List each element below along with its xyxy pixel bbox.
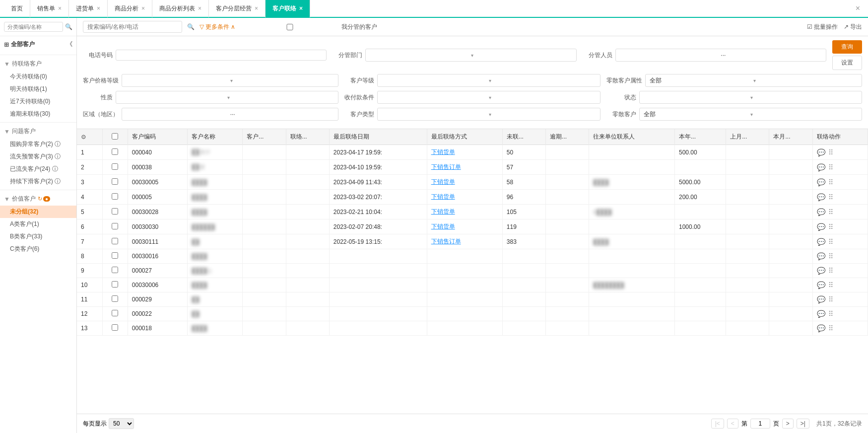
row-checkbox[interactable] <box>112 295 118 302</box>
row-checkbox-cell[interactable] <box>102 190 128 205</box>
message-icon[interactable]: 💬 <box>817 310 825 318</box>
row-checkbox[interactable] <box>112 310 118 316</box>
next-page-button[interactable]: > <box>782 419 794 429</box>
row-checkbox[interactable] <box>112 252 118 259</box>
grid-action-icon[interactable]: ⠿ <box>828 223 833 231</box>
last-page-button[interactable]: >| <box>797 419 809 429</box>
dots-icon[interactable]: ··· <box>228 111 334 118</box>
row-checkbox[interactable] <box>112 163 118 170</box>
row-checkbox-cell[interactable] <box>102 264 128 278</box>
person-select[interactable]: ··· <box>615 49 826 62</box>
filter-button[interactable]: ▽ 更多条件 ∧ <box>200 23 235 31</box>
reset-button[interactable]: 设置 <box>832 56 862 70</box>
sidebar-item-class-a[interactable]: A类客户(1) <box>0 218 76 230</box>
sidebar-item-overdue-contact[interactable]: 逾期未联络(30) <box>0 108 76 120</box>
row-checkbox-cell[interactable] <box>102 205 128 219</box>
prev-page-button[interactable]: < <box>727 419 738 429</box>
row-checkbox-cell[interactable] <box>102 278 128 292</box>
refresh-icon[interactable]: ↻ <box>38 196 42 202</box>
collapse-icon[interactable]: 《 <box>67 40 72 49</box>
dots-icon[interactable]: ··· <box>719 52 822 59</box>
message-icon[interactable]: 💬 <box>817 178 825 186</box>
grid-action-icon[interactable]: ⠿ <box>828 178 833 186</box>
zero-attr-select[interactable]: 全部 ▾ <box>645 74 862 87</box>
row-checkbox-cell[interactable] <box>102 175 128 190</box>
sidebar-search-input[interactable] <box>4 22 63 32</box>
nature-select[interactable]: ▾ <box>116 91 338 104</box>
row-checkbox[interactable] <box>112 324 118 331</box>
last-method-link[interactable]: 下销货单 <box>431 148 455 155</box>
grid-action-icon[interactable]: ⠿ <box>828 267 833 275</box>
grid-action-icon[interactable]: ⠿ <box>828 148 833 156</box>
row-checkbox-cell[interactable] <box>102 249 128 264</box>
status-select[interactable]: ▾ <box>639 91 862 104</box>
row-checkbox-cell[interactable] <box>102 234 128 249</box>
tab-customer-segment[interactable]: 客户分层经营 × <box>209 0 266 17</box>
close-all-tabs[interactable]: × <box>852 4 864 13</box>
row-checkbox[interactable] <box>112 208 118 215</box>
sidebar-group-pending[interactable]: ▼ 待联络客户 <box>0 57 76 71</box>
tab-product-analysis[interactable]: 商品分析 × <box>108 0 152 17</box>
row-checkbox-cell[interactable] <box>102 145 128 160</box>
row-checkbox-cell[interactable] <box>102 219 128 234</box>
customer-type-select[interactable]: ▾ <box>377 108 600 121</box>
sidebar-group-value[interactable]: ▼ 价值客户 ↻ ● <box>0 192 76 206</box>
close-icon[interactable]: × <box>141 5 145 12</box>
tab-sales[interactable]: 销售单 × <box>30 0 69 17</box>
close-icon[interactable]: × <box>58 5 62 12</box>
grid-action-icon[interactable]: ⠿ <box>828 324 833 332</box>
tab-purchase[interactable]: 进货单 × <box>69 0 108 17</box>
last-method-link[interactable]: 下销售订单 <box>431 238 461 245</box>
grid-action-icon[interactable]: ⠿ <box>828 281 833 289</box>
payment-select[interactable]: ▾ <box>377 91 600 104</box>
grid-action-icon[interactable]: ⠿ <box>828 193 833 201</box>
sidebar-search-icon[interactable]: 🔍 <box>65 23 72 30</box>
row-checkbox[interactable] <box>112 281 118 288</box>
first-page-button[interactable]: |< <box>711 419 724 429</box>
sidebar-item-class-b[interactable]: B类客户(33) <box>0 230 76 243</box>
sidebar-item-tomorrow[interactable]: 明天待联络(1) <box>0 83 76 95</box>
price-level-select[interactable]: ▾ <box>122 74 338 87</box>
batch-ops-button[interactable]: ☑ 批量操作 <box>807 23 838 31</box>
message-icon[interactable]: 💬 <box>817 163 825 171</box>
checkbox-col-header[interactable] <box>102 129 128 145</box>
sidebar-item-class-c[interactable]: C类客户(6) <box>0 243 76 255</box>
row-checkbox-cell[interactable] <box>102 160 128 175</box>
row-checkbox-cell[interactable] <box>102 307 128 321</box>
tab-product-analysis-list[interactable]: 商品分析列表 × <box>152 0 209 17</box>
sidebar-item-today[interactable]: 今天待联络(0) <box>0 71 76 83</box>
last-method-link[interactable]: 下销货单 <box>431 178 455 185</box>
page-input[interactable] <box>750 419 770 429</box>
per-page-select[interactable]: 50 100 200 <box>109 418 134 429</box>
phone-input[interactable] <box>116 50 327 61</box>
sidebar-group-problem[interactable]: ▼ 问题客户 <box>0 125 76 138</box>
message-icon[interactable]: 💬 <box>817 193 825 201</box>
row-checkbox-cell[interactable] <box>102 292 128 307</box>
last-method-link[interactable]: 下销售订单 <box>431 163 461 170</box>
dept-select[interactable]: ▾ <box>365 49 576 62</box>
last-method-link[interactable]: 下销货单 <box>431 223 455 230</box>
zero-customer-select[interactable]: 全部 ▾ <box>639 108 862 121</box>
grid-action-icon[interactable]: ⠿ <box>828 208 833 216</box>
row-checkbox[interactable] <box>112 238 118 244</box>
search-button[interactable]: 🔍 <box>187 23 195 30</box>
last-method-link[interactable]: 下销货单 <box>431 193 455 200</box>
row-checkbox[interactable] <box>112 178 118 185</box>
sidebar-item-abnormal[interactable]: 囤购异常客户(2) ⓘ <box>0 138 76 150</box>
my-customers-checkbox-label[interactable]: 我分管的客户 <box>240 23 377 31</box>
message-icon[interactable]: 💬 <box>817 324 825 332</box>
settings-col-header[interactable]: ⚙ <box>77 129 102 145</box>
message-icon[interactable]: 💬 <box>817 267 825 275</box>
message-icon[interactable]: 💬 <box>817 238 825 246</box>
message-icon[interactable]: 💬 <box>817 281 825 289</box>
my-customers-checkbox[interactable] <box>240 24 339 30</box>
grid-action-icon[interactable]: ⠿ <box>828 163 833 171</box>
tab-home[interactable]: 首页 <box>4 0 30 17</box>
sidebar-item-declining[interactable]: 持续下滑客户(2) ⓘ <box>0 175 76 188</box>
grid-action-icon[interactable]: ⠿ <box>828 238 833 246</box>
row-checkbox-cell[interactable] <box>102 321 128 336</box>
customer-level-select[interactable]: ▾ <box>377 74 600 87</box>
all-customers-header[interactable]: ⊞ 全部客户 《 <box>0 36 76 53</box>
message-icon[interactable]: 💬 <box>817 208 825 216</box>
sidebar-item-churn-warning[interactable]: 流失预警客户(3) ⓘ <box>0 150 76 163</box>
